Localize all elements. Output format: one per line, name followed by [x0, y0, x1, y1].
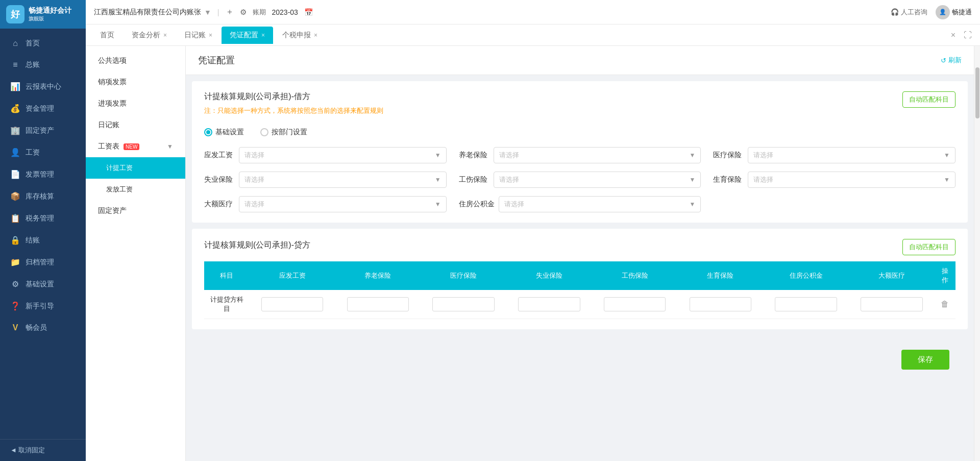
tab-journal-close[interactable]: ×	[209, 32, 212, 39]
debit-form-grid: 应发工资 请选择 ▼ 养老保险 请选择 ▼ 医疗	[204, 147, 955, 212]
company-selector[interactable]: 江西服宝精品有限责任公司内账张 ▼	[94, 8, 211, 17]
sidebar-item-fixed-assets[interactable]: 🏢 固定资产	[0, 119, 86, 141]
sidebar-item-invoice[interactable]: 📄 发票管理	[0, 163, 86, 185]
scrollbar-thumb[interactable]	[975, 67, 979, 118]
main-area: 江西服宝精品有限责任公司内账张 ▼ | ＋ ⚙ 账期 2023-03 📅 🎧 人…	[86, 0, 980, 461]
expand-button[interactable]: ⛶	[962, 29, 974, 42]
left-nav-public[interactable]: 公共选项	[86, 50, 185, 71]
label-gjj: 住房公积金	[459, 200, 495, 209]
field-shengyu: 生育保险 请选择 ▼	[713, 172, 955, 188]
left-nav-payroll-group[interactable]: 工资表 NEW ▼	[86, 136, 185, 157]
input-shengyu[interactable]	[690, 297, 751, 311]
left-nav-fixed-assets-label: 固定资产	[98, 206, 127, 214]
unpin-label: ◄ 取消固定	[10, 446, 45, 455]
inventory-icon: 📦	[10, 191, 20, 201]
left-nav-sales[interactable]: 销项发票	[86, 71, 185, 93]
user-menu[interactable]: 👤 畅捷通	[936, 5, 972, 19]
label-shiye: 失业保险	[204, 175, 235, 184]
col-gjj: 住房公积金	[763, 261, 849, 290]
tab-capital[interactable]: 资金分析 ×	[124, 27, 175, 44]
sidebar-item-label: 首页	[26, 39, 40, 48]
tab-voucher[interactable]: 凭证配置 ×	[222, 27, 273, 44]
left-nav-payroll-issue[interactable]: 发放工资	[86, 179, 185, 200]
save-button[interactable]: 保存	[901, 350, 949, 370]
chevron-dae: ▼	[435, 201, 441, 208]
sidebar-item-archive[interactable]: 📁 归档管理	[0, 251, 86, 273]
left-nav-journal[interactable]: 日记账	[86, 114, 185, 136]
select-yingfa[interactable]: 请选择 ▼	[239, 147, 447, 163]
select-yiliao[interactable]: 请选择 ▼	[748, 147, 955, 163]
radio-group: 基础设置 按部门设置	[204, 128, 955, 137]
select-dae[interactable]: 请选择 ▼	[239, 196, 447, 212]
select-yingfa-placeholder: 请选择	[244, 151, 264, 160]
select-yanglao[interactable]: 请选择 ▼	[494, 147, 701, 163]
input-gjj[interactable]	[775, 297, 837, 311]
credit-auto-match-button[interactable]: 自动匹配科目	[902, 239, 955, 255]
input-shiye[interactable]	[518, 297, 580, 311]
input-yanglao[interactable]	[347, 297, 409, 311]
input-yiliao[interactable]	[432, 297, 494, 311]
select-gjj[interactable]: 请选择 ▼	[499, 196, 701, 212]
left-nav-purchase[interactable]: 进项发票	[86, 93, 185, 114]
tab-tax-label: 个税申报	[282, 31, 311, 40]
unpin-sidebar-button[interactable]: ◄ 取消固定	[0, 439, 86, 461]
chevron-yingfa: ▼	[435, 152, 441, 159]
tab-tax-close[interactable]: ×	[314, 32, 317, 39]
ledger-icon: ≡	[10, 60, 20, 69]
report-icon: 📊	[10, 82, 20, 91]
tab-bar: 首页 资金分析 × 日记账 × 凭证配置 × 个税申报 × × ⛶	[86, 25, 980, 46]
settings-button[interactable]: ⚙	[240, 8, 247, 17]
radio-dept[interactable]: 按部门设置	[260, 128, 307, 137]
settings-icon: ⚙	[10, 279, 20, 289]
sidebar-item-label: 新手引导	[26, 302, 54, 311]
tab-tax[interactable]: 个税申报 ×	[274, 27, 326, 44]
tab-home[interactable]: 首页	[92, 27, 122, 44]
archive-icon: 📁	[10, 257, 20, 267]
radio-basic[interactable]: 基础设置	[204, 128, 244, 137]
chevron-yiliao: ▼	[944, 152, 950, 159]
add-company-button[interactable]: ＋	[226, 7, 234, 17]
credit-section-title: 计提核算规则(公司承担)-贷方	[204, 240, 310, 251]
field-gjj: 住房公积金 请选择 ▼	[459, 196, 701, 212]
input-yingfa[interactable]	[261, 297, 323, 311]
debit-section: 计提核算规则(公司承担)-借方 注：只能选择一种方式，系统将按照您当前的选择来配…	[192, 81, 968, 223]
home-icon: ⌂	[10, 39, 20, 48]
select-gongshang[interactable]: 请选择 ▼	[494, 172, 701, 188]
sidebar-item-close[interactable]: 🔒 结账	[0, 229, 86, 251]
delete-row-button[interactable]: 🗑	[941, 300, 949, 308]
close-acc-icon: 🔒	[10, 235, 20, 245]
select-shengyu[interactable]: 请选择 ▼	[748, 172, 955, 188]
input-dae[interactable]	[861, 297, 922, 311]
left-nav-payroll-label: 工资表	[98, 142, 119, 151]
tab-bar-actions: × ⛶	[949, 29, 974, 42]
sidebar-item-basic-settings[interactable]: ⚙ 基础设置	[0, 273, 86, 295]
debit-auto-match-button[interactable]: 自动匹配科目	[902, 91, 955, 108]
sidebar-item-label: 结账	[26, 236, 40, 245]
service-button[interactable]: 🎧 人工咨询	[891, 8, 927, 17]
close-tab-button[interactable]: ×	[949, 29, 958, 42]
select-shiye[interactable]: 请选择 ▼	[239, 172, 447, 188]
sidebar-item-vip[interactable]: V 畅会员	[0, 317, 86, 338]
left-nav-payroll-issue-label: 发放工资	[106, 185, 133, 193]
sidebar-item-guide[interactable]: ❓ 新手引导	[0, 295, 86, 317]
tax-icon: 📋	[10, 213, 20, 223]
tab-capital-close[interactable]: ×	[163, 32, 167, 39]
refresh-button[interactable]: ↺ 刷新	[941, 56, 962, 65]
sidebar-item-report-center[interactable]: 📊 云报表中心	[0, 76, 86, 98]
chevron-gjj: ▼	[689, 201, 695, 208]
calendar-icon[interactable]: 📅	[304, 8, 313, 16]
cell-yanglao	[335, 290, 421, 319]
sidebar-item-general-ledger[interactable]: ≡ 总账	[0, 54, 86, 76]
scrollbar[interactable]	[974, 46, 980, 461]
tab-voucher-close[interactable]: ×	[261, 32, 265, 39]
left-nav-payroll-calc[interactable]: 计提工资	[86, 157, 185, 179]
sidebar-item-inventory[interactable]: 📦 库存核算	[0, 185, 86, 207]
sidebar-item-home[interactable]: ⌂ 首页	[0, 33, 86, 54]
sidebar-item-capital[interactable]: 💰 资金管理	[0, 98, 86, 119]
input-gongshang[interactable]	[604, 297, 666, 311]
left-nav-fixed-assets[interactable]: 固定资产	[86, 200, 185, 222]
sidebar-item-salary[interactable]: 👤 工资	[0, 141, 86, 163]
tab-journal[interactable]: 日记账 ×	[176, 27, 220, 44]
credit-table: 科目 应发工资 养老保险 医疗保险 失业保险 工伤保险 生育保险 住房公积金 大…	[204, 261, 955, 319]
sidebar-item-tax[interactable]: 📋 税务管理	[0, 207, 86, 229]
